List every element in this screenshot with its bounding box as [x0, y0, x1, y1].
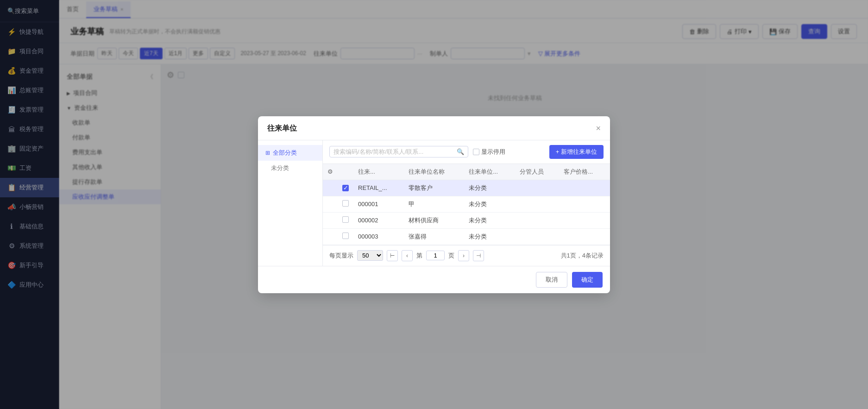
confirm-button[interactable]: 确定 [572, 272, 603, 288]
row-name: 张嘉得 [404, 228, 464, 245]
page-unit: 页 [448, 252, 454, 260]
row-code: 000001 [353, 196, 404, 212]
row-category: 未分类 [464, 196, 515, 212]
per-page-label: 每页显示 [329, 252, 353, 260]
col-checkbox [338, 164, 353, 180]
row-settings [323, 212, 338, 228]
row-settings [323, 228, 338, 245]
table-row[interactable]: 000003 张嘉得 未分类 [323, 228, 610, 245]
row-pricelevel [559, 180, 610, 196]
search-icon: 🔍 [457, 148, 464, 155]
row-category: 未分类 [464, 212, 515, 228]
page-last-button[interactable]: ⊣ [473, 250, 484, 261]
page-number-input[interactable] [426, 251, 445, 260]
page-first-button[interactable]: ⊢ [387, 250, 398, 261]
row-pricelevel [559, 212, 610, 228]
cancel-button[interactable]: 取消 [536, 272, 567, 288]
row-name: 甲 [404, 196, 464, 212]
row-salesperson [515, 180, 559, 196]
col-salesperson-header: 分管人员 [515, 164, 559, 180]
grid-icon: ⊞ [265, 150, 270, 156]
modal-categories: ⊞ 全部分类 未分类 [258, 140, 323, 266]
row-checkbox[interactable] [338, 196, 353, 212]
modal-table: ⚙ 往来... 往来单位名称 往来单位... 分管人员 客户价格... [323, 164, 610, 245]
table-header: ⚙ 往来... 往来单位名称 往来单位... 分管人员 客户价格... [323, 164, 610, 180]
col-name-header: 往来单位名称 [404, 164, 464, 180]
row-pricelevel [559, 228, 610, 245]
col-settings[interactable]: ⚙ [323, 164, 338, 180]
disabled-checkbox[interactable] [473, 149, 479, 155]
show-disabled-label: 显示停用 [481, 148, 505, 156]
page-next-button[interactable]: › [458, 250, 469, 261]
row-salesperson [515, 212, 559, 228]
col-category-header: 往来单位... [464, 164, 515, 180]
category-label: 全部分类 [273, 149, 297, 157]
add-partner-button[interactable]: + 新增往来单位 [549, 145, 604, 159]
row-salesperson [515, 228, 559, 245]
category-unclassified[interactable]: 未分类 [258, 161, 322, 176]
row-code: RETAIL_... [353, 180, 404, 196]
page-prev-button[interactable]: ‹ [402, 250, 413, 261]
modal-search-box[interactable]: 🔍 [329, 146, 468, 157]
col-pricelevel-header: 客户价格... [559, 164, 610, 180]
row-settings [323, 196, 338, 212]
row-name: 零散客户 [404, 180, 464, 196]
row-code: 000002 [353, 212, 404, 228]
modal-pagination: 每页显示 50 100 200 ⊢ ‹ 第 页 › ⊣ 共1页，4条记 [323, 245, 610, 266]
table-row[interactable]: 000002 材料供应商 未分类 [323, 212, 610, 228]
modal-right: 🔍 显示停用 + 新增往来单位 ⚙ [323, 140, 610, 266]
table-body: ✓ RETAIL_... 零散客户 未分类 [323, 180, 610, 245]
partner-table: ⚙ 往来... 往来单位名称 往来单位... 分管人员 客户价格... [323, 164, 610, 245]
per-page-select[interactable]: 50 100 200 [357, 250, 383, 261]
category-all[interactable]: ⊞ 全部分类 [258, 145, 322, 161]
total-records: 共1页，4条记录 [561, 252, 604, 260]
row-category: 未分类 [464, 180, 515, 196]
modal-actions: 取消 确定 [258, 266, 610, 293]
modal-search-input[interactable] [333, 148, 454, 155]
partner-modal: 往来单位 × ⊞ 全部分类 未分类 [258, 116, 610, 293]
row-pricelevel [559, 196, 610, 212]
row-checkbox[interactable]: ✓ [338, 180, 353, 196]
modal-body: ⊞ 全部分类 未分类 🔍 [258, 140, 610, 266]
modal-close-button[interactable]: × [596, 124, 601, 133]
modal-header: 往来单位 × [258, 116, 610, 140]
row-category: 未分类 [464, 228, 515, 245]
table-row[interactable]: 000001 甲 未分类 [323, 196, 610, 212]
row-settings [323, 180, 338, 196]
category-label: 未分类 [271, 164, 289, 171]
modal-title: 往来单位 [267, 124, 297, 133]
row-name: 材料供应商 [404, 212, 464, 228]
row-checkbox[interactable] [338, 228, 353, 245]
row-salesperson [515, 196, 559, 212]
row-checkbox[interactable] [338, 212, 353, 228]
modal-overlay: 往来单位 × ⊞ 全部分类 未分类 [0, 0, 868, 409]
col-code-header: 往来... [353, 164, 404, 180]
show-disabled-checkbox[interactable]: 显示停用 [473, 148, 505, 156]
row-code: 000003 [353, 228, 404, 245]
page-label: 第 [416, 252, 422, 260]
modal-toolbar: 🔍 显示停用 + 新增往来单位 [323, 140, 610, 164]
table-row[interactable]: ✓ RETAIL_... 零散客户 未分类 [323, 180, 610, 196]
